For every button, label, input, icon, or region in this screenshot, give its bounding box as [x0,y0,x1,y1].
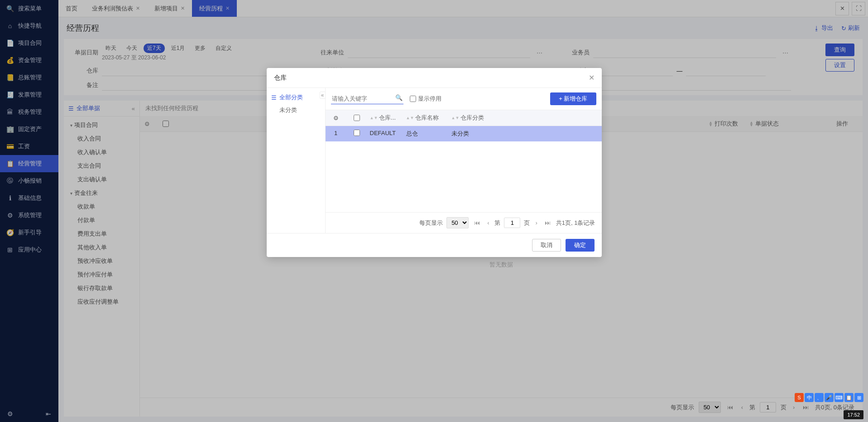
sort-icon[interactable]: ▲▼ [370,116,378,119]
select-all-checkbox[interactable] [354,115,360,121]
close-icon[interactable]: ✕ [589,73,595,82]
modal-tree-all[interactable]: ☰全部分类 [271,92,321,102]
page-suffix: 页 [524,219,530,227]
ime-clipboard-icon[interactable]: 📋 [844,393,854,402]
next-page-icon[interactable]: › [533,218,539,228]
ime-punct-icon[interactable]: 、 [815,393,824,402]
ime-toolbar: S 中 、 🎤 ⌨ 📋 ⊞ [795,393,863,402]
pagination-summary: 共1页, 1条记录 [556,219,595,227]
warehouse-modal: 仓库 ✕ « ☰全部分类 未分类 🔍 显示停用 [267,68,602,257]
collapse-tree-icon[interactable]: « [320,92,326,99]
page-size-select[interactable]: 50 [446,217,469,228]
ime-mic-icon[interactable]: 🎤 [825,393,834,402]
row-cat: 未分类 [449,126,602,141]
list-icon: ☰ [271,94,277,101]
first-page-icon[interactable]: ⏮ [472,218,482,228]
col-name[interactable]: 仓库名称 [415,114,439,122]
ime-lang-icon[interactable]: 中 [805,393,814,402]
modal-search-input[interactable] [331,93,403,104]
page-prefix: 第 [494,219,500,227]
row-code: DEFAULT [367,126,403,141]
sort-icon[interactable]: ▲▼ [406,116,414,119]
modal-overlay[interactable]: 仓库 ✕ « ☰全部分类 未分类 🔍 显示停用 [0,0,868,422]
col-code[interactable]: 仓库... [379,114,396,122]
cancel-button[interactable]: 取消 [532,239,561,252]
row-checkbox[interactable] [354,130,360,136]
col-cat[interactable]: 仓库分类 [460,114,484,122]
ime-s-icon[interactable]: S [795,393,804,402]
page-size-label: 每页显示 [419,219,443,227]
gear-icon[interactable]: ⚙ [333,115,339,121]
last-page-icon[interactable]: ⏭ [543,218,552,228]
ime-grid-icon[interactable]: ⊞ [854,393,863,402]
new-warehouse-button[interactable]: + 新增仓库 [550,92,596,105]
modal-tree-node[interactable]: 未分类 [271,102,321,114]
table-row[interactable]: 1 DEFAULT 总仓 未分类 [326,126,602,141]
sort-icon[interactable]: ▲▼ [451,116,460,119]
search-icon[interactable]: 🔍 [395,94,403,101]
row-index: 1 [326,126,346,141]
ok-button[interactable]: 确定 [566,239,595,252]
show-disabled-checkbox[interactable]: 显示停用 [410,95,441,103]
modal-title: 仓库 [274,74,287,82]
prev-page-icon[interactable]: ‹ [485,218,491,228]
page-input[interactable] [504,218,520,228]
row-name: 总仓 [403,126,449,141]
system-clock: 17:52 [844,410,863,419]
ime-keyboard-icon[interactable]: ⌨ [834,393,844,402]
